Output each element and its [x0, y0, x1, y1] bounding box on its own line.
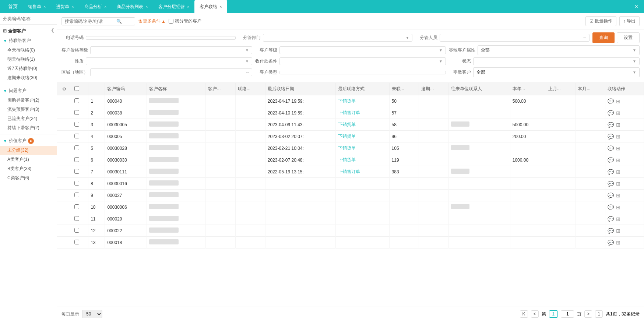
sidebar-item-today[interactable]: 今天待联络(0): [0, 46, 57, 55]
no-contact-days-column-header[interactable]: 未联...: [389, 83, 419, 95]
grid-action-icon[interactable]: ⊞: [616, 169, 620, 175]
nav-tab-segment[interactable]: 客户分层经营 ×: [153, 0, 194, 13]
close-icon[interactable]: ×: [104, 4, 106, 9]
grid-action-icon[interactable]: ⊞: [616, 240, 620, 246]
nature-select[interactable]: ▼: [86, 57, 252, 65]
checkbox-column-header[interactable]: [72, 83, 88, 95]
comment-icon[interactable]: 💬: [608, 240, 614, 246]
export-button[interactable]: ↑ 导出: [619, 16, 640, 26]
contact-method-link[interactable]: 下销货单: [338, 134, 356, 139]
close-icon[interactable]: ×: [219, 4, 222, 9]
sidebar-item-tomorrow[interactable]: 明天待联络(1): [0, 55, 57, 64]
batch-ops-button[interactable]: ☑ 批量操作: [585, 16, 616, 26]
nav-tab-product-list[interactable]: 商品分析列表 ×: [112, 0, 153, 13]
nav-home[interactable]: 首页: [3, 3, 23, 10]
status-select[interactable]: ▼: [473, 57, 640, 65]
row-checkbox[interactable]: [74, 216, 79, 221]
close-icon[interactable]: ×: [145, 4, 148, 9]
sidebar-item-class-b[interactable]: B类客户(33): [0, 164, 57, 173]
manager-select[interactable]: ···: [440, 34, 590, 42]
grid-action-icon[interactable]: ⊞: [616, 216, 620, 222]
comment-icon[interactable]: 💬: [608, 145, 614, 151]
sidebar-item-churn-warning[interactable]: 流失预警客户(3): [0, 105, 57, 114]
contact-method-link[interactable]: 下销货单: [338, 98, 356, 103]
comment-icon[interactable]: 💬: [608, 216, 614, 222]
last-page-button[interactable]: 1: [595, 310, 603, 318]
grid-action-icon[interactable]: ⊞: [616, 145, 620, 151]
this-month-column-header[interactable]: 本月...: [576, 83, 605, 95]
grid-action-icon[interactable]: ⊞: [616, 193, 620, 198]
row-checkbox[interactable]: [74, 98, 79, 103]
comment-icon[interactable]: 💬: [608, 204, 614, 210]
nav-tab-purchase[interactable]: 进货单 ×: [51, 0, 79, 13]
comment-icon[interactable]: 💬: [608, 228, 614, 234]
company-contact-column-header[interactable]: 往来单位联系人: [449, 83, 510, 95]
query-button[interactable]: 查询: [592, 32, 615, 43]
sidebar-group-problem[interactable]: ▼ 问题客户: [0, 86, 57, 96]
search-input[interactable]: [65, 19, 116, 24]
grid-action-icon[interactable]: ⊞: [616, 181, 620, 187]
search-icon[interactable]: 🔍: [116, 19, 122, 24]
row-checkbox[interactable]: [74, 193, 79, 197]
first-page-button[interactable]: K: [520, 310, 528, 318]
grid-action-icon[interactable]: ⊞: [616, 204, 620, 210]
my-customers-checkbox[interactable]: 我分管的客户: [169, 18, 201, 24]
sidebar-item-class-a[interactable]: A类客户(1): [0, 155, 57, 164]
comment-icon[interactable]: 💬: [608, 169, 614, 175]
contact-method-link[interactable]: 下销售订单: [338, 110, 360, 115]
retail-attr-select[interactable]: 全部▼: [478, 45, 640, 55]
contact-method-link[interactable]: 下销售订单: [338, 169, 360, 174]
sidebar-group-value[interactable]: ▼ 价值客户 ●: [0, 136, 57, 146]
sidebar-group-pending[interactable]: ▼ 待联络客户: [0, 36, 57, 46]
row-checkbox[interactable]: [74, 122, 79, 127]
sidebar-search-input[interactable]: [3, 16, 57, 21]
grid-action-icon[interactable]: ⊞: [616, 122, 620, 128]
nav-tab-contact[interactable]: 客户联络 ×: [194, 0, 227, 13]
page-jump-input[interactable]: [561, 310, 574, 318]
nav-tab-product-analysis[interactable]: 商品分析 ×: [79, 0, 112, 13]
sidebar-item-class-c[interactable]: C类客户(6): [0, 173, 57, 183]
comment-icon[interactable]: 💬: [608, 193, 614, 198]
sidebar-item-overdue[interactable]: 逾期未联络(30): [0, 73, 57, 82]
payment-select[interactable]: ▼: [279, 57, 446, 65]
region-select[interactable]: ···: [90, 68, 252, 76]
comment-icon[interactable]: 💬: [608, 134, 614, 140]
row-checkbox[interactable]: [74, 169, 79, 174]
comment-icon[interactable]: 💬: [608, 98, 614, 104]
grid-action-icon[interactable]: ⊞: [616, 110, 620, 116]
customer-type-select[interactable]: [279, 71, 446, 74]
row-checkbox[interactable]: [74, 110, 79, 115]
comment-icon[interactable]: 💬: [608, 157, 614, 163]
row-checkbox[interactable]: [74, 204, 79, 209]
last-contact-method-column-header[interactable]: 最后联络方式: [335, 83, 389, 95]
sidebar-item-7days[interactable]: 近7天待联络(0): [0, 64, 57, 73]
nav-close-all-button[interactable]: ×: [632, 3, 641, 10]
grid-action-icon[interactable]: ⊞: [616, 228, 620, 234]
phone-input[interactable]: [86, 36, 236, 40]
name-column-header[interactable]: 客户名称: [147, 83, 206, 95]
retail-select[interactable]: 全部▼: [473, 67, 640, 77]
type-column-header[interactable]: 客户...: [206, 83, 236, 95]
comment-icon[interactable]: 💬: [608, 110, 614, 116]
price-level-select[interactable]: ▼: [90, 46, 252, 54]
comment-icon[interactable]: 💬: [608, 122, 614, 128]
grid-action-icon[interactable]: ⊞: [616, 134, 620, 140]
grid-action-icon[interactable]: ⊞: [616, 98, 620, 104]
overdue-column-header[interactable]: 逾期...: [419, 83, 449, 95]
grid-action-icon[interactable]: ⊞: [616, 157, 620, 163]
close-icon[interactable]: ×: [187, 4, 189, 9]
all-customers-header[interactable]: ⊞ 全部客户 《: [0, 25, 57, 36]
sidebar-item-declining[interactable]: 持续下滑客户(2): [0, 123, 57, 133]
close-icon[interactable]: ×: [43, 4, 46, 9]
row-checkbox[interactable]: [74, 228, 79, 233]
settings-icon[interactable]: ⚙: [62, 87, 66, 92]
row-checkbox[interactable]: [74, 181, 79, 186]
row-checkbox[interactable]: [74, 134, 79, 138]
more-conditions-button[interactable]: ⚗ 更多条件 ▲: [138, 18, 166, 24]
my-customers-check[interactable]: [169, 19, 173, 24]
sidebar-item-churned[interactable]: 已流失客户(24): [0, 114, 57, 123]
next-page-button[interactable]: >: [584, 310, 592, 318]
prev-page-button[interactable]: <: [531, 310, 539, 318]
reset-button[interactable]: 设置: [617, 32, 640, 43]
code-column-header[interactable]: 客户编码: [105, 83, 147, 95]
